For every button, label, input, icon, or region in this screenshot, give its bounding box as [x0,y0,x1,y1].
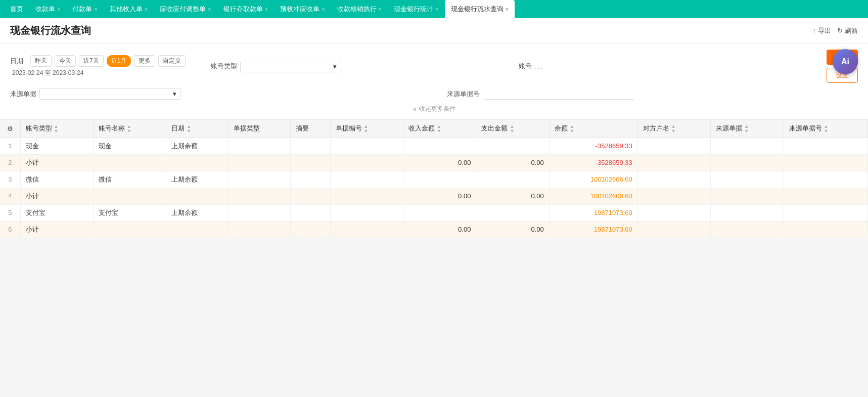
table-row[interactable]: 5 支付宝 支付宝 上期余额 19871073.60 [0,204,868,221]
nav-other-income[interactable]: 其他收入单× [104,0,154,18]
cell-expense [476,204,549,221]
col-expense[interactable]: 支出金额▲▼ [476,120,549,138]
cell-source-doc-no [784,138,867,154]
cell-counterparty [637,171,710,188]
cell-doc-type [228,171,290,188]
collapse-bar[interactable]: ∧ 收起更多条件 [10,105,858,113]
cell-doc-type [228,154,290,171]
cell-balance: 100102606.60 [549,171,637,188]
nav-payments[interactable]: 付款单× [66,0,103,18]
col-income[interactable]: 收入金额▲▼ [403,120,476,138]
cell-expense: 0.00 [476,154,549,171]
ai-badge[interactable]: Ai [833,49,858,74]
cell-expense: 0.00 [476,221,549,238]
cell-balance: -3528659.33 [549,138,637,154]
cell-account-type: 现金 [20,138,93,154]
table-row[interactable]: 4 小计 0.00 0.00 100102606.60 [0,188,868,204]
cell-date [166,188,229,204]
cell-date: 上期余额 [166,204,229,221]
filter-row-2: 来源单据 ▾ 来源单据号 [10,88,858,100]
close-bank-stats-icon[interactable]: × [435,6,438,12]
cell-account-name [93,154,166,171]
cell-source-doc [711,154,784,171]
nav-home[interactable]: 首页 [4,0,29,18]
collapse-label: 收起更多条件 [419,105,455,113]
date-btn-more[interactable]: 更多 [134,55,155,67]
cell-income [403,204,476,221]
col-counterparty[interactable]: 对方户名▲▼ [637,120,710,138]
account-type-select[interactable]: ▾ [240,61,341,72]
cell-account-name [93,188,166,204]
cell-doc-no [330,204,403,221]
export-button[interactable]: ↑ 导出 [813,26,832,35]
close-bank-flow-icon[interactable]: × [506,6,509,12]
date-label: 日期 [10,57,23,66]
cell-expense [476,171,549,188]
table-header-row: ⚙ 账号类型▲▼ 账号名称▲▼ 日期▲▼ 单据类型 摘要 单据编号▲▼ 收入金额… [0,120,868,138]
cell-income: 0.00 [403,154,476,171]
page-title: 现金银行流水查询 [10,24,91,37]
cell-source-doc [711,188,784,204]
cell-account-name: 微信 [93,171,166,188]
col-source-doc[interactable]: 来源单据▲▼ [711,120,784,138]
col-source-doc-no[interactable]: 来源单据号▲▼ [784,120,867,138]
nav-bank-deposit[interactable]: 银行存取款单× [217,0,274,18]
date-btn-custom[interactable]: 自定义 [158,55,186,67]
cell-expense: 0.00 [476,188,549,204]
col-date[interactable]: 日期▲▼ [166,120,229,138]
col-settings[interactable]: ⚙ [0,120,20,138]
close-receipts-icon[interactable]: × [57,6,60,12]
account-more-btn[interactable]: ... [535,63,543,70]
cell-income [403,138,476,154]
account-label: 账号 [519,62,532,71]
cell-balance: 19871073.60 [549,204,637,221]
date-btn-today[interactable]: 今天 [55,55,76,67]
close-prepay-icon[interactable]: × [322,6,325,12]
source-doc-select[interactable]: ▾ [39,88,181,100]
close-other-income-icon[interactable]: × [145,6,148,12]
cell-date: 上期余额 [166,138,229,154]
cell-doc-no [330,138,403,154]
nav-receipts[interactable]: 收款单× [29,0,66,18]
col-doc-no[interactable]: 单据编号▲▼ [330,120,403,138]
source-doc-no-input[interactable] [483,89,634,100]
account-type-dropdown-icon: ▾ [333,63,337,70]
date-btn-7days[interactable]: 近7天 [79,55,104,67]
table-row[interactable]: 3 微信 微信 上期余额 100102606.60 [0,171,868,188]
close-payments-icon[interactable]: × [94,6,97,12]
cell-account-name: 支付宝 [93,204,166,221]
page-header: 现金银行流水查询 ↑ 导出 ↻ 刷新 [0,18,868,43]
cell-source-doc-no [784,188,867,204]
table-row[interactable]: 1 现金 现金 上期余额 -3528659.33 [0,138,868,154]
nav-ar-ap-adj[interactable]: 应收应付调整单× [154,0,217,18]
source-doc-group: 来源单据 ▾ [10,88,422,100]
row-num: 1 [0,138,20,154]
cell-summary [290,171,330,188]
date-btn-1month[interactable]: 近1月 [107,55,131,67]
close-receipt-exec-icon[interactable]: × [379,6,382,12]
cell-source-doc-no [784,171,867,188]
cell-doc-type [228,204,290,221]
cell-summary [290,204,330,221]
nav-receipt-exec[interactable]: 收款核销执行× [331,0,388,18]
source-doc-no-label: 来源单据号 [447,90,480,99]
header-actions: ↑ 导出 ↻ 刷新 [813,26,858,35]
row-num: 2 [0,154,20,171]
nav-bank-flow[interactable]: 现金银行流水查询× [445,0,515,18]
close-ar-ap-adj-icon[interactable]: × [208,6,211,12]
col-balance[interactable]: 余额▲▼ [549,120,637,138]
row-num: 4 [0,188,20,204]
nav-prepay[interactable]: 预收冲应收单× [274,0,331,18]
col-account-type[interactable]: 账号类型▲▼ [20,120,93,138]
table-row[interactable]: 6 小计 0.00 0.00 19871073.60 [0,221,868,238]
cell-source-doc [711,138,784,154]
refresh-button[interactable]: ↻ 刷新 [837,26,858,35]
date-btn-yesterday[interactable]: 昨天 [30,55,52,67]
table-row[interactable]: 2 小计 0.00 0.00 -3528659.33 [0,154,868,171]
cell-account-type: 小计 [20,221,93,238]
col-account-name[interactable]: 账号名称▲▼ [93,120,166,138]
close-bank-deposit-icon[interactable]: × [265,6,268,12]
cell-account-type: 微信 [20,171,93,188]
cell-source-doc-no [784,221,867,238]
nav-bank-stats[interactable]: 现金银行统计× [388,0,444,18]
